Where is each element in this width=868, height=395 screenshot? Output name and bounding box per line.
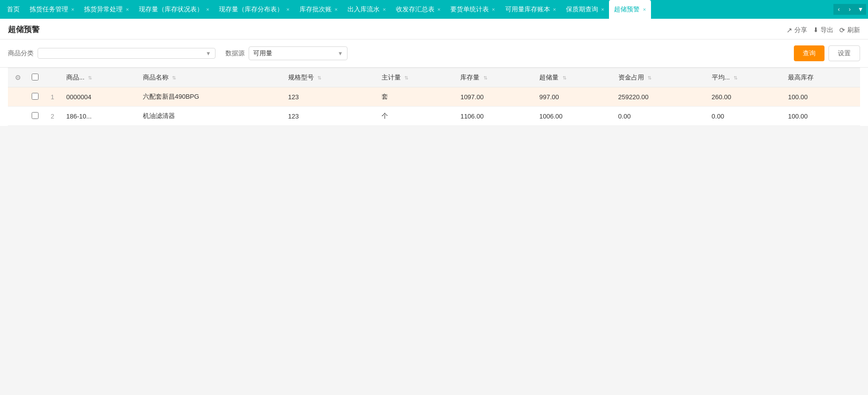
refresh-label: 刷新 [847, 26, 860, 35]
export-button[interactable]: ⬇ 导出 [813, 26, 833, 35]
row-max-stock-1: 100.00 [784, 107, 860, 126]
export-icon: ⬇ [813, 26, 819, 34]
row-checkbox-cell[interactable] [28, 87, 43, 107]
row-max-stock-0: 100.00 [784, 87, 860, 107]
col-inventory[interactable]: 库存量 ⇅ [456, 68, 535, 87]
nav-label-home: 首页 [7, 5, 20, 14]
nav-item-home[interactable]: 首页 [2, 0, 25, 19]
nav-label-order-stats: 要货单统计表 [450, 5, 489, 14]
nav-item-inout-flow[interactable]: 出入库流水 × [343, 0, 391, 19]
nav-item-order-stats[interactable]: 要货单统计表 × [445, 0, 500, 19]
export-label: 导出 [821, 26, 833, 35]
row-spec-0: 123 [284, 87, 378, 107]
col-max-stock[interactable]: 最高库存 [784, 68, 860, 87]
close-icon-inventory-status[interactable]: × [206, 6, 209, 12]
close-icon-quality-check[interactable]: × [601, 6, 604, 12]
col-inventory-label: 库存量 [460, 74, 479, 81]
row-checkbox-1[interactable] [32, 112, 39, 119]
nav-label-inventory-status: 现存量（库存状况表） [139, 5, 203, 14]
nav-label-collect-send: 收发存汇总表 [396, 5, 434, 14]
sort-icon-capital: ⇅ [648, 75, 651, 80]
close-icon-inventory-dist[interactable]: × [286, 6, 289, 12]
nav-item-task-mgmt[interactable]: 拣货任务管理 × [25, 0, 79, 19]
refresh-icon: ⟳ [839, 26, 845, 34]
category-label: 商品分类 [8, 49, 34, 58]
settings-button[interactable]: 设置 [828, 45, 860, 61]
sort-icon-spec: ⇅ [317, 75, 321, 80]
header-actions: ↗ 分享 ⬇ 导出 ⟳ 刷新 [786, 26, 860, 35]
col-overstock[interactable]: 超储量 ⇅ [535, 68, 614, 87]
row-product-code-0: 0000004 [62, 87, 139, 107]
row-product-name-0: 六配套新昌490BPG [139, 87, 284, 107]
nav-label-available-account: 可用量库存账本 [505, 5, 550, 14]
nav-next-button[interactable]: › [844, 4, 855, 15]
category-select[interactable]: ▼ [38, 48, 216, 59]
gear-icon[interactable]: ⚙ [15, 74, 21, 81]
nav-item-collect-send[interactable]: 收发存汇总表 × [391, 0, 445, 19]
close-icon-batch-account[interactable]: × [335, 6, 338, 12]
datasource-select[interactable]: 可用量 ▼ [249, 46, 347, 60]
col-overstock-label: 超储量 [539, 74, 559, 81]
filter-category: 商品分类 ▼ [8, 48, 216, 59]
col-product-name[interactable]: 商品名称 ⇅ [139, 68, 284, 87]
col-rownum [43, 68, 62, 87]
nav-prev-button[interactable]: ‹ [833, 4, 844, 15]
share-button[interactable]: ↗ 分享 [786, 26, 807, 35]
filter-bar: 商品分类 ▼ 数据源 可用量 ▼ 查询 设置 [0, 40, 868, 68]
row-gear-cell [8, 87, 28, 107]
table-row: 1 0000004 六配套新昌490BPG 123 套 1097.00 997.… [8, 87, 860, 107]
col-spec-label: 规格型号 [288, 74, 314, 81]
sort-icon-unit: ⇅ [404, 75, 408, 80]
datasource-chevron-icon: ▼ [338, 50, 343, 56]
close-icon-available-account[interactable]: × [553, 6, 556, 12]
col-unit[interactable]: 主计量 ⇅ [378, 68, 457, 87]
col-spec[interactable]: 规格型号 ⇅ [284, 68, 378, 87]
table-container: ⚙ 商品... ⇅ 商品名称 ⇅ 规格型号 ⇅ [0, 68, 868, 126]
close-icon-collect-send[interactable]: × [437, 6, 440, 12]
nav-item-batch-account[interactable]: 库存批次账 × [295, 0, 343, 19]
col-checkbox-header [28, 68, 43, 87]
table-row: 2 186-10... 机油滤清器 123 个 1106.00 1006.00 … [8, 107, 860, 126]
nav-item-quality-check[interactable]: 保质期查询 × [561, 0, 609, 19]
nav-menu-button[interactable]: ▼ [855, 4, 866, 15]
close-icon-overstock-warning[interactable]: × [643, 6, 646, 12]
row-capital-1: 0.00 [614, 107, 708, 126]
row-num-0: 1 [43, 87, 62, 107]
filter-datasource: 数据源 可用量 ▼ [225, 46, 347, 60]
row-checkbox-cell[interactable] [28, 107, 43, 126]
nav-label-batch-account: 库存批次账 [300, 5, 332, 14]
nav-item-inventory-status[interactable]: 现存量（库存状况表） × [134, 0, 214, 19]
nav-label-abnormal: 拣货异常处理 [84, 5, 123, 14]
row-checkbox-0[interactable] [32, 93, 39, 100]
refresh-button[interactable]: ⟳ 刷新 [839, 26, 860, 35]
select-all-checkbox[interactable] [32, 74, 39, 80]
close-icon-inout-flow[interactable]: × [383, 6, 386, 12]
page-header: 超储预警 ↗ 分享 ⬇ 导出 ⟳ 刷新 [0, 19, 868, 40]
datasource-label: 数据源 [225, 49, 245, 58]
share-label: 分享 [794, 26, 807, 35]
row-num-1: 2 [43, 107, 62, 126]
col-product-code-label: 商品... [66, 74, 85, 81]
nav-label-overstock-warning: 超储预警 [614, 5, 640, 14]
sort-icon-inventory: ⇅ [483, 75, 487, 80]
row-unit-0: 套 [378, 87, 457, 107]
close-icon-order-stats[interactable]: × [492, 6, 495, 12]
chevron-down-icon: ▼ [206, 50, 211, 56]
col-avg[interactable]: 平均... ⇅ [708, 68, 784, 87]
close-icon-task-mgmt[interactable]: × [71, 6, 74, 12]
query-button[interactable]: 查询 [794, 45, 825, 61]
row-overstock-1: 1006.00 [535, 107, 614, 126]
overstock-table: ⚙ 商品... ⇅ 商品名称 ⇅ 规格型号 ⇅ [8, 68, 860, 126]
nav-item-inventory-dist[interactable]: 现存量（库存分布表） × [214, 0, 294, 19]
nav-item-overstock-warning[interactable]: 超储预警 × [609, 0, 651, 19]
nav-item-abnormal[interactable]: 拣货异常处理 × [79, 0, 133, 19]
row-unit-1: 个 [378, 107, 457, 126]
col-product-code[interactable]: 商品... ⇅ [62, 68, 139, 87]
col-capital[interactable]: 资金占用 ⇅ [614, 68, 708, 87]
nav-label-inventory-dist: 现存量（库存分布表） [219, 5, 283, 14]
nav-item-available-account[interactable]: 可用量库存账本 × [500, 0, 561, 19]
filter-actions: 查询 设置 [794, 45, 860, 61]
row-gear-cell [8, 107, 28, 126]
top-nav: 首页 拣货任务管理 × 拣货异常处理 × 现存量（库存状况表） × 现存量（库存… [0, 0, 868, 19]
close-icon-abnormal[interactable]: × [126, 6, 129, 12]
